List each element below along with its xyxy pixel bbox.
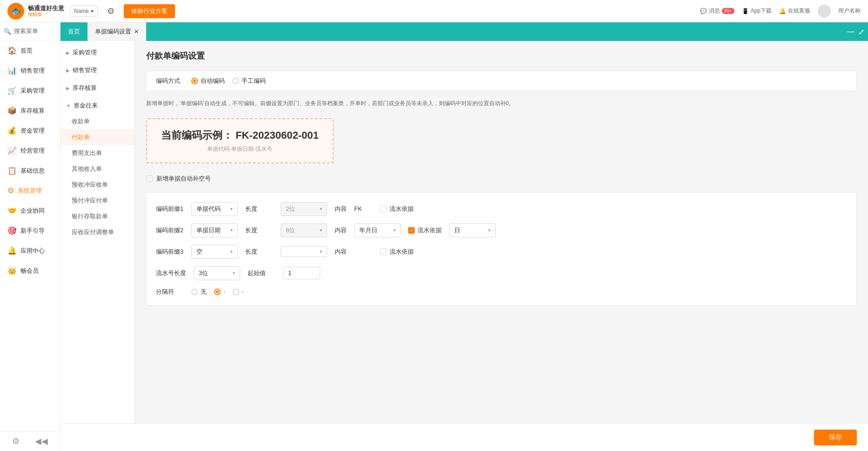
chevron-down-icon: ▾ (320, 249, 322, 254)
flow1-check: 流水依据 (380, 205, 414, 213)
flow2-unit-select[interactable]: 日 ▾ (449, 223, 496, 237)
content1-value: FK (354, 205, 373, 212)
sidebar-item-sales[interactable]: 📊 销售管理 (0, 61, 60, 81)
search-label: 搜索菜单 (14, 27, 38, 35)
tab-maximize-icon[interactable]: ⤢ (858, 27, 864, 36)
left-nav-group-inventory-title[interactable]: ▶ 库存核算 (61, 80, 135, 96)
bottom-settings-icon[interactable]: ⚙ (12, 436, 20, 446)
sidebar-item-label: 销售管理 (20, 67, 45, 75)
left-nav-item-bank[interactable]: 银行存取款单 (61, 209, 135, 224)
chevron-down-icon: ▾ (320, 206, 322, 211)
search-menu-button[interactable]: 🔍 搜索菜单 (4, 27, 56, 35)
message-button[interactable]: 💬 消息 99+ (700, 7, 734, 15)
content2-value: 年月日 (359, 226, 377, 235)
serial-length-select[interactable]: 3位 ▾ (194, 266, 240, 280)
prefix2-select[interactable]: 单据日期 ▾ (191, 223, 238, 237)
group-label: 采购管理 (73, 48, 97, 57)
flow2-checkbox[interactable]: ✓ (408, 227, 415, 234)
basicinfo-icon: 📋 (7, 166, 17, 175)
sidebar-item-enterprise[interactable]: 🤝 企业协同 (0, 201, 60, 221)
length3-label: 长度 (245, 248, 273, 256)
length2-select[interactable]: 8位 ▾ (281, 223, 327, 237)
message-label: 消息 (709, 7, 720, 15)
start-value-input[interactable] (283, 267, 320, 279)
chevron-down-icon: ▾ (230, 206, 233, 211)
online-service-button[interactable]: 🔔 在线客服 (779, 7, 810, 15)
sidebar-item-label: 畅会员 (20, 267, 39, 275)
left-nav-item-payment[interactable]: 付款单 (61, 129, 135, 145)
chevron-down-icon: ▾ (320, 228, 322, 233)
separator-dot1-circle (214, 289, 221, 295)
prefix3-select[interactable]: 空 ▾ (191, 245, 238, 259)
length2-label: 长度 (245, 226, 273, 235)
left-nav-group-capital-title[interactable]: ▼ 资金往来 (61, 98, 135, 114)
left-nav-item-prepay-receivable[interactable]: 预收冲应收单 (61, 177, 135, 193)
sidebar-item-finance[interactable]: 💰 资金管理 (0, 121, 60, 141)
user-avatar[interactable] (818, 5, 831, 18)
tab-minimize-icon[interactable]: — (847, 27, 855, 36)
sidebar: 🔍 搜索菜单 🏠 首页 📊 销售管理 🛒 采购管理 📦 库存核算 💰 资金管理 … (0, 22, 61, 451)
tab-home[interactable]: 首页 (61, 22, 87, 41)
form-row-prefix2: 编码前缀2 单据日期 ▾ 长度 8位 ▾ 内容 年月日 (156, 223, 847, 237)
settings-button[interactable]: ⚙ (103, 4, 118, 19)
chevron-down-icon: ▾ (91, 8, 94, 14)
manual-code-radio[interactable]: 手工编码 (232, 77, 266, 85)
left-nav-item-adjustment[interactable]: 应收应付调整单 (61, 224, 135, 240)
encoding-method-label: 编码方式 (156, 77, 180, 85)
auto-code-label: 自动编码 (201, 77, 225, 85)
bottom-collapse-icon[interactable]: ◀◀ (35, 436, 48, 446)
left-nav-group-purchase: ▶ 采购管理 (61, 45, 135, 61)
sidebar-item-system[interactable]: ⚙ 系统管理 (0, 181, 60, 201)
separator-none-label: 无 (201, 288, 207, 296)
sidebar-item-home[interactable]: 🏠 首页 (0, 40, 60, 61)
length3-select[interactable]: ▾ (281, 246, 327, 257)
auto-code-radio[interactable]: 自动编码 (191, 77, 225, 85)
prefix1-select[interactable]: 单据代码 ▾ (191, 202, 238, 216)
auto-fill-row: 新增单据自动补空号 (146, 175, 857, 183)
auto-code-radio-circle (191, 78, 198, 84)
left-nav-item-expense[interactable]: 费用支出单 (61, 145, 135, 161)
save-button[interactable]: 保存 (814, 430, 857, 445)
left-nav-item-prepay-payable[interactable]: 预付冲应付单 (61, 193, 135, 209)
sidebar-item-guide[interactable]: 🎯 新手引导 (0, 221, 60, 241)
app-download-button[interactable]: 📱 App下载 (742, 7, 772, 15)
flow1-checkbox[interactable] (380, 206, 387, 212)
left-nav-group-inventory: ▶ 库存核算 (61, 80, 135, 96)
operations-icon: 📈 (7, 146, 17, 155)
left-nav-item-other-income[interactable]: 其他收入单 (61, 161, 135, 177)
chevron-down-icon: ▾ (488, 228, 491, 233)
sidebar-item-membership[interactable]: 👑 畅会员 (0, 261, 60, 281)
prefix3-label: 编码前缀3 (156, 248, 184, 256)
trial-button[interactable]: 体验行业方案 (124, 4, 175, 18)
company-select[interactable]: Name ▾ (70, 6, 98, 17)
sidebar-item-operations[interactable]: 📈 经营管理 (0, 141, 60, 161)
content2-select[interactable]: 年月日 ▾ (354, 223, 401, 237)
home-icon: 🏠 (7, 46, 17, 55)
sidebar-item-purchase[interactable]: 🛒 采购管理 (0, 81, 60, 101)
left-nav-group-purchase-title[interactable]: ▶ 采购管理 (61, 45, 135, 61)
separator-dot2[interactable]: · (233, 288, 244, 295)
encoding-method-radio-group: 自动编码 手工编码 (191, 77, 266, 85)
sidebar-item-apps[interactable]: 🔔 应用中心 (0, 241, 60, 261)
tab-close-icon[interactable]: ✕ (134, 28, 139, 35)
flow3-checkbox[interactable] (380, 249, 387, 255)
serial-length-value: 3位 (199, 269, 208, 277)
separator-dot1[interactable]: · (214, 288, 225, 295)
logo-icon: 🐟 (7, 3, 24, 20)
logo-title: 畅通道好生意 (28, 5, 64, 12)
sidebar-item-label: 资金管理 (20, 127, 45, 135)
tab-encoding[interactable]: 单据编码设置 ✕ (87, 22, 146, 41)
sidebar-item-inventory[interactable]: 📦 库存核算 (0, 101, 60, 121)
length1-select[interactable]: 2位 ▾ (281, 202, 327, 216)
separator-none[interactable]: 无 (191, 288, 207, 296)
left-nav-group-sales-title[interactable]: ▶ 销售管理 (61, 62, 135, 78)
enterprise-icon: 🤝 (7, 206, 17, 215)
current-code-label: 当前编码示例： (161, 129, 233, 141)
system-icon: ⚙ (7, 186, 14, 195)
left-nav-item-receipt[interactable]: 收款单 (61, 114, 135, 129)
sidebar-item-basicinfo[interactable]: 📋 基础信息 (0, 161, 60, 181)
group-label: 资金往来 (74, 101, 98, 110)
top-bar: 🐟 畅通道好生意 旗舰版 Name ▾ ⚙ 体验行业方案 💬 消息 99+ 📱 … (0, 0, 868, 22)
code-preview-value: 当前编码示例： FK-20230602-001 (161, 128, 319, 142)
auto-fill-checkbox[interactable] (146, 175, 153, 182)
